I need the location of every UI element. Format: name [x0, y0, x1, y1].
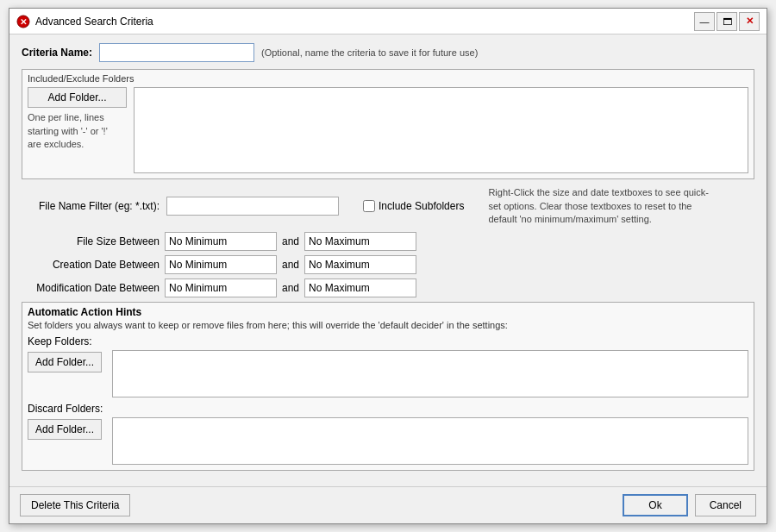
include-subfolders-label: Include Subfolders [379, 200, 464, 212]
modification-date-and: and [282, 282, 299, 294]
file-size-min-input[interactable] [165, 232, 277, 251]
discard-folders-section: Discard Folders: Add Folder... [28, 403, 748, 465]
keep-folders-inner: Add Folder... [28, 350, 748, 397]
ok-button[interactable]: Ok [623, 494, 687, 516]
modification-date-row: Modification Date Between and [22, 279, 754, 297]
auto-action-section: Automatic Action Hints Set folders you a… [22, 302, 754, 471]
bottom-bar: Delete This Criteria Ok Cancel [9, 486, 767, 523]
folders-left-panel: Add Folder... One per line, lines starti… [28, 87, 127, 173]
svg-text:✕: ✕ [20, 17, 27, 27]
include-subfolders-checkbox[interactable] [363, 200, 375, 212]
criteria-name-row: Criteria Name: (Optional, name the crite… [22, 43, 754, 62]
cancel-button[interactable]: Cancel [695, 494, 756, 516]
dialog-content: Criteria Name: (Optional, name the crite… [9, 34, 767, 485]
keep-folders-left: Add Folder... [28, 350, 105, 397]
window-controls: — 🗖 ✕ [694, 12, 760, 31]
file-size-label: File Size Between [22, 235, 160, 247]
discard-folders-label: Discard Folders: [28, 403, 748, 415]
criteria-name-input[interactable] [99, 43, 254, 62]
maximize-button[interactable]: 🗖 [717, 12, 737, 31]
auto-action-title: Automatic Action Hints [28, 306, 748, 318]
main-window: ✕ Advanced Search Criteria — 🗖 ✕ Criteri… [9, 8, 767, 523]
window-title: Advanced Search Criteria [35, 16, 694, 28]
discard-folders-inner: Add Folder... [28, 417, 748, 465]
auto-action-desc: Set folders you always want to keep or r… [28, 320, 748, 330]
folders-section: Add Folder... One per line, lines starti… [28, 87, 748, 173]
title-bar: ✕ Advanced Search Criteria — 🗖 ✕ [9, 9, 767, 34]
creation-date-max-input[interactable] [304, 255, 416, 274]
file-size-row: File Size Between and [22, 232, 754, 251]
file-name-filter-input[interactable] [166, 197, 339, 216]
creation-date-min-input[interactable] [165, 255, 277, 274]
keep-folders-textarea[interactable] [112, 350, 748, 397]
included-folders-section: Included/Exclude Folders Add Folder... O… [22, 69, 754, 179]
modification-date-min-input[interactable] [165, 279, 277, 297]
keep-discard-rows: Keep Folders: Add Folder... Discard Fold… [28, 335, 748, 465]
include-subfolders-row: Include Subfolders [363, 200, 464, 212]
keep-add-folder-button[interactable]: Add Folder... [28, 352, 102, 372]
add-folder-button[interactable]: Add Folder... [28, 87, 127, 108]
folders-hint: One per line, lines starting with '-' or… [28, 111, 127, 151]
discard-add-folder-button[interactable]: Add Folder... [28, 419, 102, 440]
keep-folders-label: Keep Folders: [28, 335, 748, 347]
app-icon: ✕ [16, 15, 30, 28]
close-button[interactable]: ✕ [739, 12, 760, 31]
modification-date-max-input[interactable] [304, 279, 416, 297]
file-name-filter-label: File Name Filter (eg: *.txt): [22, 200, 160, 212]
folders-textarea[interactable] [134, 87, 748, 173]
file-size-and: and [282, 235, 299, 247]
creation-date-and: and [282, 259, 299, 271]
keep-folders-section: Keep Folders: Add Folder... [28, 335, 748, 397]
file-name-filter-row: File Name Filter (eg: *.txt): Include Su… [22, 186, 754, 226]
discard-folders-textarea[interactable] [112, 417, 748, 465]
file-size-max-input[interactable] [304, 232, 416, 251]
criteria-name-hint: (Optional, name the criteria to save it … [261, 47, 478, 58]
discard-folders-left: Add Folder... [28, 417, 105, 465]
criteria-name-label: Criteria Name: [22, 47, 92, 59]
creation-date-row: Creation Date Between and [22, 255, 754, 274]
creation-date-label: Creation Date Between [22, 259, 160, 271]
minimize-button[interactable]: — [694, 12, 715, 31]
included-folders-label: Included/Exclude Folders [28, 73, 748, 84]
delete-criteria-button[interactable]: Delete This Criteria [20, 494, 130, 516]
modification-date-label: Modification Date Between [22, 282, 160, 294]
filter-right-hint: Right-Click the size and date textboxes … [488, 186, 712, 226]
file-filter-block: File Name Filter (eg: *.txt): Include Su… [22, 186, 754, 297]
